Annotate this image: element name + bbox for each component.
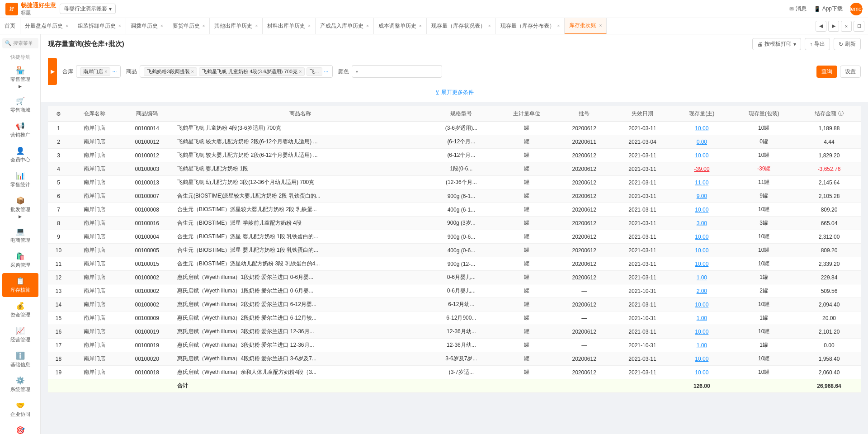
print-btn[interactable]: 🖨 按模板打印 ▾: [752, 38, 801, 50]
row-spec: 6-12月900...: [426, 311, 496, 325]
expand-more-btn[interactable]: ⊻ 展开更多条件: [48, 87, 861, 98]
product-more-btn[interactable]: ···: [324, 68, 329, 75]
row-qty-main[interactable]: 1.00: [673, 311, 730, 325]
row-balance: 2,312.00: [797, 230, 861, 244]
row-qty-main[interactable]: 11.00: [673, 176, 730, 189]
row-qty-main[interactable]: 10.00: [673, 203, 730, 217]
row-unit: 罐: [496, 217, 557, 230]
row-expire: 2021-10-31: [612, 339, 673, 352]
query-btn[interactable]: 查询: [816, 66, 837, 78]
sidebar-item-guide[interactable]: 🎯 新手引导: [2, 422, 38, 434]
row-batch: 20200612: [557, 257, 611, 271]
warehouse-more-btn[interactable]: ···: [112, 68, 117, 75]
sidebar-item-inventory[interactable]: 📋 库存核算: [2, 273, 38, 297]
product-input[interactable]: 飞鹤奶粉3段两提装 × 飞鹤星飞帆 儿童奶粉 4段(3-6岁适用) 700克 ×…: [140, 65, 332, 78]
row-code: 00100014: [119, 122, 174, 135]
tab-menu-btn[interactable]: ⊟: [854, 21, 864, 32]
row-qty-main[interactable]: 10.00: [673, 325, 730, 339]
user-avatar[interactable]: demo2: [850, 3, 863, 15]
tab-8[interactable]: 成本调整单历史 ×: [374, 18, 427, 34]
refresh-icon: ↻: [839, 41, 843, 47]
sidebar-item-retail-stats[interactable]: 📊 零售统计: [2, 168, 38, 192]
tab-active[interactable]: 库存批次账 ×: [565, 18, 607, 34]
tab-7[interactable]: 产成品入库单历史 ×: [316, 18, 374, 34]
product-tag-2-close[interactable]: ×: [299, 69, 302, 74]
color-input[interactable]: ▾: [352, 65, 442, 78]
tab-4[interactable]: 要货单历史 ×: [168, 18, 210, 34]
col-expire: 失效日期: [612, 106, 673, 122]
col-balance: 结存金额 ⓘ: [797, 106, 861, 122]
row-qty-pack: 10罐: [730, 352, 797, 366]
tab-next-btn[interactable]: ▶: [828, 21, 839, 32]
tab-10[interactable]: 现存量（库存分布表） ×: [496, 18, 565, 34]
tab-close-btn[interactable]: ×: [841, 21, 852, 32]
row-warehouse: 南岸门店: [69, 122, 119, 135]
tab-home[interactable]: 首页: [0, 18, 20, 34]
tab-nav: 首页 分量盘点单历史 × 组装拆卸单历史 × 调拨单历史 × 要货单历史 × 其…: [0, 18, 868, 34]
row-qty-main[interactable]: 10.00: [673, 122, 730, 135]
refresh-btn[interactable]: ↻ 刷新: [834, 38, 861, 50]
row-warehouse: 南岸门店: [69, 271, 119, 284]
tab-3[interactable]: 调拨单历史 ×: [126, 18, 168, 34]
tab-6[interactable]: 材料出库单历史 ×: [263, 18, 316, 34]
sidebar-item-collab[interactable]: 🤝 企业协同: [2, 397, 38, 421]
sidebar-item-system[interactable]: ⚙️ 系统管理: [2, 373, 38, 396]
sidebar-item-wholesale[interactable]: 📦 批发管理 ▶: [2, 193, 38, 222]
row-name: 飞鹤星飞帆 较大婴儿配方奶粉 2段(6-12个月婴幼儿适用) ...: [175, 149, 426, 162]
row-qty-main[interactable]: 10.00: [673, 149, 730, 162]
search-menu-input[interactable]: 🔍 搜索菜单: [2, 38, 38, 48]
row-code: 00100019: [119, 325, 174, 339]
row-spec: 12-36月幼...: [426, 339, 496, 352]
row-qty-main[interactable]: 10.00: [673, 366, 730, 379]
row-no: 17: [48, 339, 69, 352]
sidebar-item-member[interactable]: 👤 会员中心: [2, 143, 38, 167]
sidebar-item-marketing[interactable]: 📢 营销推广: [2, 118, 38, 142]
row-qty-main[interactable]: 9.00: [673, 189, 730, 203]
sidebar-item-retail[interactable]: 🏪 零售管理 ▶: [2, 62, 38, 92]
sidebar-item-finance[interactable]: 💰 资金管理: [2, 298, 38, 322]
row-qty-main[interactable]: 2.00: [673, 284, 730, 298]
tab-9[interactable]: 现存量（库存状况表） ×: [427, 18, 496, 34]
row-name: 合生元(BIOSTIME)派星较大婴儿配方奶粉 2段 乳铁蛋白的...: [175, 189, 426, 203]
sidebar-item-operation[interactable]: 📈 经营管理: [2, 323, 38, 347]
row-qty-main[interactable]: 10.00: [673, 230, 730, 244]
col-settings[interactable]: ⚙: [48, 106, 69, 122]
row-qty-main[interactable]: 3.00: [673, 217, 730, 230]
row-unit: 罐: [496, 325, 557, 339]
row-warehouse: 南岸门店: [69, 135, 119, 149]
sidebar-item-basic[interactable]: ℹ️ 基础信息: [2, 348, 38, 372]
product-tag-1-close[interactable]: ×: [191, 69, 194, 74]
export-btn[interactable]: ↑ 导出: [805, 38, 830, 50]
sidebar-item-purchase[interactable]: 🛍️ 采购管理: [2, 248, 38, 272]
row-qty-main[interactable]: 1.00: [673, 339, 730, 352]
tab-5[interactable]: 其他出库单历史 ×: [210, 18, 263, 34]
expand-filter-btn[interactable]: ▶: [48, 58, 57, 85]
app-download-btn[interactable]: 📱 App下载: [814, 5, 843, 13]
row-qty-pack: 10罐: [730, 244, 797, 257]
row-code: 00100018: [119, 366, 174, 379]
row-qty-main[interactable]: -39.00: [673, 162, 730, 176]
row-no: 3: [48, 149, 69, 162]
tab-1[interactable]: 分量盘点单历史 ×: [20, 18, 73, 34]
row-name: 惠氏启赋（Wyeth illuma）2段奶粉 爱尔兰进口 6-12月婴...: [175, 298, 426, 311]
warehouse-tag-close[interactable]: ×: [104, 69, 107, 74]
tab-2[interactable]: 组装拆卸单历史 ×: [73, 18, 126, 34]
row-qty-main[interactable]: 10.00: [673, 244, 730, 257]
row-qty-main[interactable]: 10.00: [673, 257, 730, 271]
org-select[interactable]: 母婴行业演示账套 ▾: [60, 4, 116, 14]
warehouse-input[interactable]: 南岸门店 × ···: [76, 65, 121, 78]
row-qty-main[interactable]: 1.00: [673, 271, 730, 284]
row-warehouse: 南岸门店: [69, 149, 119, 162]
row-balance: 665.04: [797, 217, 861, 230]
row-qty-main[interactable]: 10.00: [673, 298, 730, 311]
sidebar: 🔍 搜索菜单 快捷导航 🏪 零售管理 ▶ 🛒 零售商城 📢 营销推广 👤 会员中…: [0, 34, 41, 434]
row-expire: 2021-03-11: [612, 352, 673, 366]
tab-prev-btn[interactable]: ◀: [816, 21, 826, 32]
message-btn[interactable]: ✉ 消息: [789, 5, 807, 13]
row-qty-main[interactable]: 0.00: [673, 135, 730, 149]
row-spec: 1段(0-6...: [426, 162, 496, 176]
sidebar-item-ecommerce[interactable]: 💻 电商管理: [2, 223, 38, 247]
sidebar-item-mall[interactable]: 🛒 零售商城: [2, 93, 38, 117]
settings-btn[interactable]: 设置: [840, 66, 861, 78]
row-qty-main[interactable]: 10.00: [673, 352, 730, 366]
